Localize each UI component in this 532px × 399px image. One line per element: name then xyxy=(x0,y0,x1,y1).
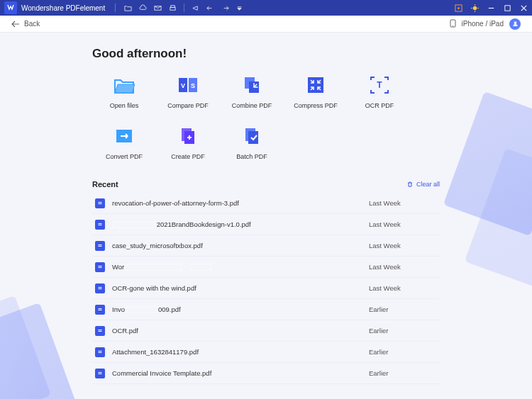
action-label: Compare PDF xyxy=(156,102,220,109)
file-time: Last Week xyxy=(369,284,440,292)
compare-icon: VS xyxy=(156,72,220,98)
svg-rect-45 xyxy=(99,310,102,310)
file-time: Last Week xyxy=(369,199,440,207)
pdf-file-icon xyxy=(95,262,105,272)
file-time: Last Week xyxy=(369,220,440,228)
undo-icon[interactable] xyxy=(206,4,214,12)
minimize-icon[interactable] xyxy=(487,4,495,12)
action-combine-pdf[interactable]: Combine PDF xyxy=(220,72,284,109)
app-logo-icon xyxy=(4,1,17,14)
recent-list: revocation-of-power-of-attorney-form-3.p… xyxy=(92,193,440,393)
pdf-file-icon xyxy=(95,241,105,251)
pdf-file-icon xyxy=(95,198,105,208)
svg-rect-39 xyxy=(99,267,102,268)
svg-rect-27 xyxy=(248,131,258,144)
folder-open-icon xyxy=(92,72,156,98)
svg-rect-21 xyxy=(308,77,323,93)
cloud-icon[interactable] xyxy=(139,4,147,12)
back-button[interactable]: Back xyxy=(11,20,40,28)
svg-rect-50 xyxy=(99,351,102,352)
trash-icon xyxy=(406,181,414,188)
recent-row[interactable]: Invo009.pdf Earlier xyxy=(92,299,440,320)
svg-rect-38 xyxy=(99,266,102,266)
pdf-file-icon xyxy=(95,220,105,230)
svg-point-14 xyxy=(514,21,516,24)
svg-text:T: T xyxy=(377,80,382,90)
expand-icon[interactable] xyxy=(455,4,462,12)
action-batch-pdf[interactable]: Batch PDF xyxy=(220,123,284,160)
compress-icon xyxy=(284,72,348,98)
file-time: Earlier xyxy=(369,348,440,356)
recent-row[interactable]: OCR.pdf Earlier xyxy=(92,320,440,342)
svg-rect-33 xyxy=(99,225,102,225)
back-arrow-icon xyxy=(11,21,20,28)
quick-actions-grid: Open files VS Compare PDF Combine PDF Co… xyxy=(92,72,440,160)
pdf-file-icon xyxy=(95,347,105,357)
action-label: OCR PDF xyxy=(348,102,411,109)
recent-row[interactable]: Attachment_1632841179.pdf Earlier xyxy=(92,342,440,363)
svg-rect-11 xyxy=(505,5,510,10)
file-name: case_study_microsoftxbox.pdf xyxy=(112,242,369,249)
svg-point-4 xyxy=(458,7,460,9)
ocr-icon: T xyxy=(348,72,411,98)
file-time: Last Week xyxy=(369,263,440,271)
clear-all-button[interactable]: Clear all xyxy=(406,181,440,188)
svg-point-5 xyxy=(473,6,477,10)
combine-icon xyxy=(220,72,284,98)
action-compare-pdf[interactable]: VS Compare PDF xyxy=(156,72,220,109)
pdf-file-icon xyxy=(95,305,105,315)
redo-icon[interactable] xyxy=(221,4,229,12)
action-label: Batch PDF xyxy=(220,153,284,160)
file-name: Attachment_1632841179.pdf xyxy=(112,348,369,356)
svg-rect-44 xyxy=(99,308,102,309)
action-label: Convert PDF xyxy=(92,153,156,160)
share-icon[interactable] xyxy=(192,4,199,12)
recent-row[interactable]: OCR-gone with the wind.pdf Last Week xyxy=(92,278,440,299)
recent-header: Recent Clear all xyxy=(92,180,440,189)
batch-icon xyxy=(220,123,284,149)
print-icon[interactable] xyxy=(169,4,177,12)
close-icon[interactable] xyxy=(520,4,528,12)
convert-icon xyxy=(92,123,156,149)
theme-icon[interactable] xyxy=(471,4,479,12)
recent-row[interactable]: case_study_microsoftxbox.pdf Last Week xyxy=(92,235,440,257)
action-convert-pdf[interactable]: Convert PDF xyxy=(92,123,156,160)
file-name: OCR-gone with the wind.pdf xyxy=(112,284,369,292)
mail-icon[interactable] xyxy=(154,4,162,12)
dropdown-icon[interactable] xyxy=(236,5,243,11)
device-label[interactable]: iPhone / iPad xyxy=(462,20,504,28)
pdf-file-icon xyxy=(95,283,105,293)
recent-row[interactable]: Commercial Invoice Template.pdf Earlier xyxy=(92,363,440,384)
svg-rect-2 xyxy=(170,7,175,10)
action-open-files[interactable]: Open files xyxy=(92,72,156,109)
clear-all-label: Clear all xyxy=(416,181,440,188)
folder-icon[interactable] xyxy=(124,4,132,12)
file-time: Earlier xyxy=(369,305,440,313)
pdf-file-icon xyxy=(95,369,105,378)
file-name: revocation-of-power-of-attorney-form-3.p… xyxy=(112,199,369,207)
action-create-pdf[interactable]: Create PDF xyxy=(156,123,220,160)
svg-point-13 xyxy=(452,25,453,26)
create-icon xyxy=(156,123,220,149)
action-label: Create PDF xyxy=(156,153,220,160)
recent-title: Recent xyxy=(92,180,118,189)
user-avatar[interactable] xyxy=(509,18,521,30)
svg-text:V: V xyxy=(181,82,185,89)
svg-rect-42 xyxy=(99,288,102,289)
action-compress-pdf[interactable]: Compress PDF xyxy=(284,72,348,109)
svg-rect-30 xyxy=(99,203,102,204)
file-name: Invo009.pdf xyxy=(112,305,369,313)
action-ocr-pdf[interactable]: T OCR PDF xyxy=(348,72,411,109)
mobile-icon xyxy=(450,19,456,29)
maximize-icon[interactable] xyxy=(504,4,511,12)
greeting-heading: Good afternoon! xyxy=(92,47,440,61)
file-name: Wor xyxy=(112,263,369,271)
divider xyxy=(115,4,116,12)
recent-row[interactable]: Wor Last Week xyxy=(92,257,440,278)
recent-row[interactable]: 2021BrandBookdesign-v1.0.pdf Last Week xyxy=(92,214,440,235)
file-name: Commercial Invoice Template.pdf xyxy=(112,369,369,377)
svg-rect-53 xyxy=(99,372,102,373)
svg-rect-41 xyxy=(99,287,102,288)
recent-row[interactable]: revocation-of-power-of-attorney-form-3.p… xyxy=(92,193,440,214)
svg-rect-36 xyxy=(99,246,102,247)
